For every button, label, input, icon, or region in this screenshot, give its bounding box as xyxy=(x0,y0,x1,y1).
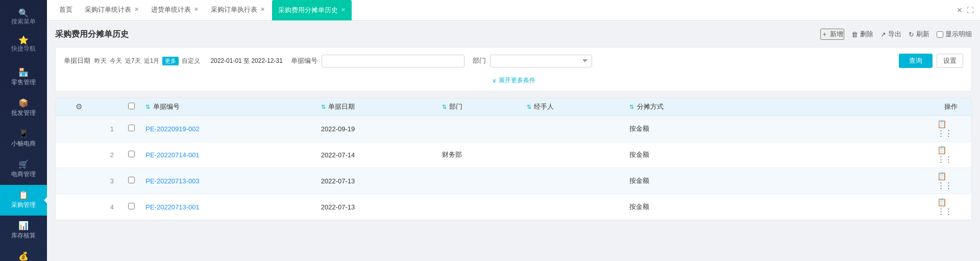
date-filter-label: 单据日期 xyxy=(64,56,90,65)
sidebar-item-mobile[interactable]: 📱 小畅电商 xyxy=(0,124,47,154)
row-edit-icon[interactable]: 📋 xyxy=(937,172,947,180)
row-actions-cell: 📋 ⋮⋮ xyxy=(930,194,971,220)
tab-po-execution-label: 采购订单执行表 xyxy=(211,5,257,14)
show-detail-checkbox[interactable] xyxy=(937,31,943,38)
quicknav-icon: ⭐ xyxy=(0,36,47,44)
date-shortcut-yesterday[interactable]: 昨天 xyxy=(94,57,107,65)
sidebar-wholesale-label: 批发管理 xyxy=(11,109,36,117)
row-order-no-link[interactable]: PE-20220713-003 xyxy=(145,177,200,185)
row-check-cell[interactable] xyxy=(122,116,140,142)
table-row: 1 PE-20220919-002 2022-09-19 按金额 📋 ⋮⋮ xyxy=(56,116,971,142)
row-checkbox[interactable] xyxy=(128,203,135,209)
row-check-cell[interactable] xyxy=(122,168,140,194)
select-all-checkbox[interactable] xyxy=(128,103,135,109)
row-more-icon[interactable]: ⋮⋮ xyxy=(937,155,952,163)
row-order-no-cell: PE-20220714-001 xyxy=(140,142,315,168)
query-button[interactable]: 查询 xyxy=(899,54,933,68)
search-icon: 🔍 xyxy=(0,9,47,17)
tab-home[interactable]: 首页 xyxy=(53,0,79,20)
row-more-icon[interactable]: ⋮⋮ xyxy=(937,181,952,189)
delete-button[interactable]: 🗑 删除 xyxy=(851,30,873,39)
date-shortcuts: 昨天 今天 近7天 近1月 更多 自定义 xyxy=(94,57,200,65)
col-settings-header[interactable]: ⚙ xyxy=(56,98,102,116)
row-edit-icon[interactable]: 📋 xyxy=(937,146,947,154)
tab-po-execution[interactable]: 采购订单执行表 ✕ xyxy=(205,0,271,20)
row-check-cell[interactable] xyxy=(122,142,140,168)
add-button[interactable]: ＋ 新增 xyxy=(820,29,844,40)
date-shortcut-today[interactable]: 今天 xyxy=(110,57,122,65)
row-checkbox[interactable] xyxy=(128,151,135,157)
tab-goods-summary[interactable]: 进货单统计表 ✕ xyxy=(145,0,205,20)
data-table: ⚙ ⇅ 单据编号 ⇅ 单据日期 xyxy=(56,98,971,220)
sidebar-ecommerce-label: 电商管理 xyxy=(11,170,36,179)
date-shortcut-custom[interactable]: 自定义 xyxy=(182,57,200,65)
row-more-icon[interactable]: ⋮⋮ xyxy=(937,207,952,216)
col-date-header[interactable]: ⇅ 单据日期 xyxy=(316,98,437,116)
row-settings-cell xyxy=(56,116,102,142)
row-actions-cell: 📋 ⋮⋮ xyxy=(930,168,971,194)
sidebar-item-finance[interactable]: 💰 资金管理 xyxy=(0,246,47,261)
sidebar: 🔍 搜索菜单 ⭐ 快捷导航 🏪 零售管理 📦 批发管理 📱 小畅电商 🛒 电商管… xyxy=(0,0,47,261)
date-filter-group: 单据日期 昨天 今天 近7天 近1月 更多 自定义 xyxy=(64,56,200,65)
close-window-icon[interactable]: ✕ xyxy=(957,6,963,14)
row-edit-icon[interactable]: 📋 xyxy=(937,120,947,128)
tab-bar: 首页 采购订单统计表 ✕ 进货单统计表 ✕ 采购订单执行表 ✕ 采购费用分摊单历… xyxy=(47,0,980,20)
refresh-button[interactable]: ↻ 刷新 xyxy=(909,30,929,39)
sidebar-item-quicknav[interactable]: ⭐ 快捷导航 xyxy=(0,31,47,58)
table-row: 4 PE-20220713-001 2022-07-13 按金额 📋 ⋮⋮ xyxy=(56,194,971,220)
col-order-no-header[interactable]: ⇅ 单据编号 xyxy=(140,98,315,116)
export-button[interactable]: ↗ 导出 xyxy=(880,30,901,39)
row-check-cell[interactable] xyxy=(122,194,140,220)
row-split-method-cell: 按金额 xyxy=(624,194,930,220)
sort-handler-icon: ⇅ xyxy=(527,104,531,110)
sidebar-item-wholesale[interactable]: 📦 批发管理 xyxy=(0,93,47,124)
date-shortcut-7days[interactable]: 近7天 xyxy=(125,57,141,65)
row-order-no-cell: PE-20220713-001 xyxy=(140,194,315,220)
col-handler-label: 经手人 xyxy=(534,103,554,110)
sidebar-item-inventory[interactable]: 📊 库存核算 xyxy=(0,216,47,246)
tab-po-execution-close[interactable]: ✕ xyxy=(260,7,265,12)
dept-select[interactable]: 财务部 xyxy=(490,55,592,67)
tab-goods-summary-close[interactable]: ✕ xyxy=(194,7,199,12)
row-edit-icon[interactable]: 📋 xyxy=(937,198,947,206)
sidebar-item-purchase[interactable]: 📋 采购管理 xyxy=(0,185,47,216)
show-detail-checkbox-label[interactable]: 显示明细 xyxy=(937,30,972,39)
row-checkbox[interactable] xyxy=(128,177,135,183)
row-split-method-cell: 按金额 xyxy=(624,168,930,194)
row-checkbox[interactable] xyxy=(128,125,135,131)
order-no-input[interactable] xyxy=(322,55,464,67)
tab-po-summary-close[interactable]: ✕ xyxy=(134,7,139,12)
tab-cost-split[interactable]: 采购费用分摊单历史 ✕ xyxy=(272,0,352,20)
header-actions: ＋ 新增 🗑 删除 ↗ 导出 ↻ 刷新 显示明细 xyxy=(820,29,972,40)
tab-po-summary-label: 采购订单统计表 xyxy=(85,5,131,14)
tab-cost-split-close[interactable]: ✕ xyxy=(341,7,346,13)
expand-more-conditions[interactable]: ∨ 展开更多条件 xyxy=(492,76,535,85)
sidebar-item-search[interactable]: 🔍 搜索菜单 xyxy=(0,4,47,31)
sort-dept-icon: ⇅ xyxy=(442,104,447,110)
tab-po-summary[interactable]: 采购订单统计表 ✕ xyxy=(79,0,145,20)
col-handler-header[interactable]: ⇅ 经手人 xyxy=(522,98,624,116)
col-dept-header[interactable]: ⇅ 部门 xyxy=(437,98,522,116)
maximize-window-icon[interactable]: ⛶ xyxy=(967,6,974,14)
row-date-cell: 2022-09-19 xyxy=(316,116,437,142)
finance-icon: 💰 xyxy=(18,252,29,260)
row-more-icon[interactable]: ⋮⋮ xyxy=(937,129,952,137)
row-order-no-link[interactable]: PE-20220919-002 xyxy=(145,125,200,133)
col-split-method-header[interactable]: ⇅ 分摊方式 xyxy=(624,98,930,116)
tab-goods-summary-label: 进货单统计表 xyxy=(151,5,191,14)
page-header: 采购费用分摊单历史 ＋ 新增 🗑 删除 ↗ 导出 ↻ 刷新 xyxy=(55,29,972,40)
sidebar-mobile-label: 小畅电商 xyxy=(11,139,36,148)
date-shortcut-1month[interactable]: 近1月 xyxy=(144,57,160,65)
col-dept-label: 部门 xyxy=(449,103,462,110)
sidebar-item-retail[interactable]: 🏪 零售管理 xyxy=(0,62,47,93)
row-order-no-link[interactable]: PE-20220714-001 xyxy=(145,151,200,159)
sidebar-item-ecommerce[interactable]: 🛒 电商管理 xyxy=(0,154,47,185)
export-icon: ↗ xyxy=(880,31,886,38)
tab-bar-actions: ✕ ⛶ xyxy=(957,6,974,14)
filter-settings-button[interactable]: 设置 xyxy=(937,54,963,68)
date-shortcut-more[interactable]: 更多 xyxy=(162,57,179,65)
row-order-no-link[interactable]: PE-20220713-001 xyxy=(145,203,200,211)
sidebar-quicknav-label: 快捷导航 xyxy=(0,44,47,53)
order-no-label: 单据编号 xyxy=(291,56,317,65)
table-header-row: ⚙ ⇅ 单据编号 ⇅ 单据日期 xyxy=(56,98,971,116)
